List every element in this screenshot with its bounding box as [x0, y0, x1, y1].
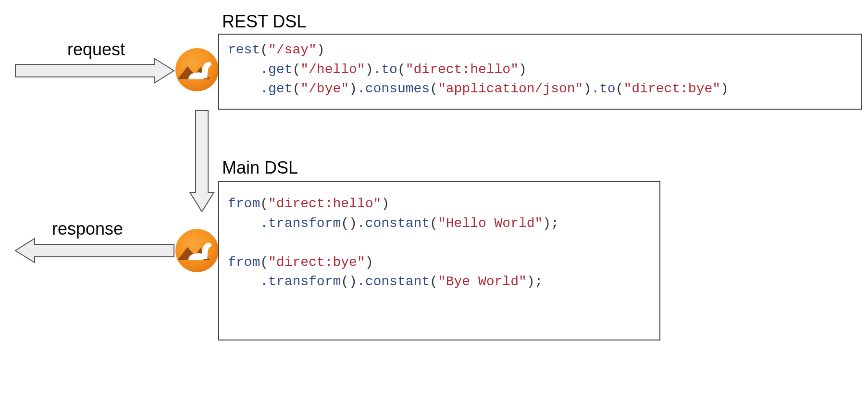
camel-logo-icon — [175, 48, 219, 91]
code-token: ) — [365, 255, 373, 270]
rest-dsl-code-block: rest("/say") .get("/hello").to("direct:h… — [218, 34, 862, 110]
code-token: .constant — [357, 274, 430, 289]
code-token: ( — [260, 42, 268, 57]
code-token: ( — [260, 196, 268, 211]
code-token: ) — [317, 42, 325, 57]
code-token: ) — [349, 81, 357, 96]
code-token: ) — [519, 62, 527, 77]
code-token: ; — [535, 274, 543, 289]
code-token: .transform — [260, 216, 341, 231]
code-token: ( — [292, 62, 300, 77]
code-token: ( — [430, 216, 438, 231]
code-token: ; — [551, 216, 559, 231]
code-token: .get — [260, 81, 292, 96]
code-token: ( — [397, 62, 406, 77]
code-indent — [228, 81, 260, 96]
code-token: "/bye" — [300, 81, 349, 96]
code-token: .to — [591, 81, 615, 96]
code-token: .consumes — [357, 81, 430, 96]
code-token: .transform — [260, 274, 341, 289]
code-token: "direct:bye" — [268, 255, 365, 270]
camel-logo-icon — [175, 229, 219, 272]
svg-marker-2 — [190, 111, 214, 212]
code-token: "direct:bye" — [623, 81, 720, 96]
code-token: () — [341, 216, 357, 231]
code-token: ) — [543, 216, 551, 231]
code-token: ) — [527, 274, 535, 289]
code-token: from — [228, 255, 260, 270]
code-indent — [228, 62, 260, 77]
rest-dsl-title: REST DSL — [222, 12, 306, 32]
code-token: .get — [260, 62, 292, 77]
code-token: rest — [228, 42, 260, 57]
code-indent — [228, 274, 260, 289]
code-token: "Hello World" — [438, 216, 543, 231]
code-token: "Bye World" — [438, 274, 527, 289]
code-token: "application/json" — [438, 81, 583, 96]
down-arrow-icon — [190, 111, 214, 212]
response-arrow-icon — [15, 239, 174, 263]
code-token: ( — [430, 274, 438, 289]
code-token: "direct:hello" — [406, 62, 519, 77]
code-token: ( — [292, 81, 300, 96]
request-label: request — [67, 39, 125, 60]
response-label: response — [52, 219, 123, 239]
svg-marker-0 — [15, 59, 174, 83]
code-indent — [228, 216, 260, 231]
main-dsl-code-block: from("direct:hello") .transform().consta… — [218, 181, 660, 340]
code-token: "/say" — [268, 42, 317, 57]
main-dsl-title: Main DSL — [222, 158, 298, 178]
code-token: from — [228, 196, 260, 211]
code-token: .to — [373, 62, 397, 77]
code-token: ) — [720, 81, 729, 96]
code-token: ( — [430, 81, 438, 96]
code-token: .constant — [357, 216, 430, 231]
code-token: ( — [260, 255, 268, 270]
code-token: () — [341, 274, 357, 289]
code-token: "/hello" — [300, 62, 365, 77]
code-token: ( — [616, 81, 624, 96]
code-token: ) — [381, 196, 389, 211]
request-arrow-icon — [15, 59, 174, 83]
code-token: ) — [365, 62, 373, 77]
svg-marker-1 — [15, 239, 174, 263]
code-token: ) — [583, 81, 591, 96]
code-token: "direct:hello" — [268, 196, 381, 211]
